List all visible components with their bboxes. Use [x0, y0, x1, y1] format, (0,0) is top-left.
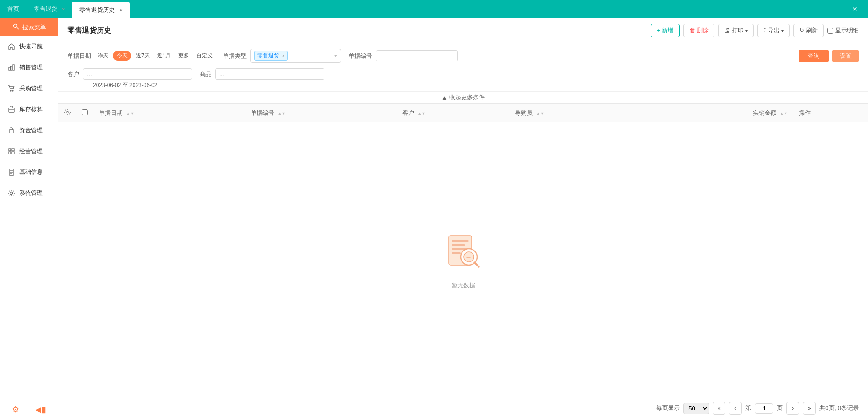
add-button[interactable]: + 新增: [651, 24, 679, 37]
filter-goods: 商品 ...: [200, 68, 324, 80]
audio-button[interactable]: ◀▮: [35, 405, 46, 415]
sidebar-item-system[interactable]: 系统管理: [0, 183, 58, 204]
per-page-select[interactable]: 50 20 100: [683, 403, 709, 414]
settings-button[interactable]: ⚙: [12, 405, 19, 415]
svg-rect-2: [9, 67, 10, 70]
date-btn-custom[interactable]: 自定义: [194, 51, 216, 61]
customer-label: 客户: [67, 70, 79, 78]
page-label: 第: [745, 404, 751, 412]
date-btn-7days[interactable]: 近7天: [133, 51, 153, 61]
date-btn-yesterday[interactable]: 昨天: [95, 51, 111, 61]
table-settings-col[interactable]: [58, 104, 77, 122]
top-bar-right: ×: [848, 3, 868, 16]
voucher-type-select[interactable]: 零售退货 × ▾: [250, 49, 341, 63]
search-icon: [12, 23, 20, 31]
sidebar-search-label: 搜索菜单: [22, 23, 46, 31]
sort-icon[interactable]: ▲▼: [780, 111, 788, 116]
goods-select[interactable]: ...: [215, 68, 324, 80]
chart-icon: [7, 63, 15, 72]
window-close-button[interactable]: ×: [848, 3, 861, 16]
sidebar-item-label: 资金管理: [19, 126, 43, 134]
svg-point-26: [464, 252, 474, 262]
sort-icon[interactable]: ▲▼: [417, 111, 426, 116]
query-button[interactable]: 查询: [799, 50, 829, 62]
prev-page-button[interactable]: ‹: [729, 402, 742, 415]
tab-retail-return-history-close[interactable]: ×: [119, 7, 122, 13]
voucher-type-label: 单据类型: [223, 52, 247, 60]
content-area: 零售退货历史 + 新增 🗑 删除 🖨 打印 ▾ ⤴ 导出 ▾ ↻ 刷新 显示明细…: [58, 18, 868, 420]
tab-retail-return-history[interactable]: 零售退货历史 ×: [72, 2, 129, 18]
tab-retail-return-history-label: 零售退货历史: [79, 6, 115, 14]
select-all-checkbox[interactable]: [82, 109, 88, 115]
col-guide: 导购员 ▲▼: [509, 104, 642, 122]
svg-rect-13: [12, 152, 14, 154]
tab-retail-return-label: 零售退货: [34, 5, 57, 13]
svg-rect-4: [13, 65, 14, 70]
sidebar-item-base-info[interactable]: 基础信息: [0, 162, 58, 183]
tab-retail-return-close[interactable]: ×: [62, 6, 65, 12]
svg-rect-7: [9, 108, 14, 112]
sidebar-item-operations[interactable]: 经营管理: [0, 141, 58, 162]
page-unit: 页: [777, 404, 783, 412]
sidebar-item-label: 销售管理: [19, 63, 43, 72]
sort-icon[interactable]: ▲▼: [126, 111, 134, 116]
col-customer: 客户 ▲▼: [397, 104, 509, 122]
empty-illustration: [441, 229, 486, 274]
table-wrapper: 单据日期 ▲▼ 单据编号 ▲▼ 客户 ▲▼: [58, 104, 868, 396]
col-date: 单据日期 ▲▼: [93, 104, 245, 122]
box-icon: [7, 105, 15, 113]
filter-voucher-type: 单据类型 零售退货 × ▾: [223, 49, 341, 63]
date-btn-today[interactable]: 今天: [113, 51, 131, 61]
filter-date: 单据日期 昨天 今天 近7天 近1月 更多 自定义: [67, 51, 216, 61]
doc-icon: [7, 168, 15, 176]
sidebar-item-label: 采购管理: [19, 84, 43, 92]
sidebar-item-inventory[interactable]: 库存核算: [0, 99, 58, 120]
sidebar-item-quick-nav[interactable]: 快捷导航: [0, 36, 58, 57]
tab-retail-return[interactable]: 零售退货 ×: [26, 0, 72, 18]
sidebar-item-sales[interactable]: 销售管理: [0, 57, 58, 78]
grid-icon: [7, 147, 15, 155]
per-page-label: 每页显示: [656, 404, 680, 412]
cart-icon: [7, 84, 15, 92]
voucher-type-tag-close[interactable]: ×: [281, 53, 284, 59]
delete-button[interactable]: 🗑 删除: [683, 24, 715, 37]
svg-rect-10: [9, 149, 11, 151]
filter-row-1: 单据日期 昨天 今天 近7天 近1月 更多 自定义 单据类型: [67, 49, 859, 63]
home-icon: [7, 42, 15, 51]
sidebar-item-purchase[interactable]: 采购管理: [0, 78, 58, 99]
print-button[interactable]: 🖨 打印 ▾: [718, 24, 754, 37]
next-page-button[interactable]: ›: [786, 402, 799, 415]
table-checkbox-col[interactable]: [77, 104, 93, 122]
tab-home[interactable]: 首页: [0, 0, 26, 18]
sidebar-search[interactable]: 搜索菜单: [0, 18, 58, 36]
date-btn-more[interactable]: 更多: [175, 51, 192, 61]
customer-select[interactable]: ...: [83, 68, 192, 80]
collapse-filter-button[interactable]: ▲ 收起更多条件: [58, 91, 868, 103]
refresh-button[interactable]: ↻ 刷新: [793, 24, 824, 37]
svg-point-19: [67, 111, 68, 113]
settings-filter-button[interactable]: 设置: [832, 50, 859, 62]
voucher-no-input[interactable]: [376, 50, 458, 61]
sidebar-item-label: 库存核算: [19, 105, 43, 113]
svg-rect-21: [452, 240, 469, 242]
svg-rect-9: [9, 130, 14, 133]
date-range-display: 2023-06-02 至 2023-06-02: [93, 82, 157, 88]
table-settings-icon: [64, 108, 71, 116]
last-page-button[interactable]: »: [803, 402, 816, 415]
date-btn-1month[interactable]: 近1月: [154, 51, 174, 61]
show-detail-checkbox[interactable]: [827, 28, 833, 34]
sort-icon[interactable]: ▲▼: [536, 111, 544, 116]
export-button[interactable]: ⤴ 导出 ▾: [757, 24, 790, 37]
tab-home-label: 首页: [7, 5, 19, 13]
sidebar-item-label: 经营管理: [19, 147, 43, 155]
page-title: 零售退货历史: [67, 26, 111, 36]
sort-icon[interactable]: ▲▼: [277, 111, 286, 116]
first-page-button[interactable]: «: [713, 402, 725, 415]
svg-line-1: [17, 27, 19, 29]
page-input[interactable]: [755, 403, 773, 414]
sidebar-item-finance[interactable]: 资金管理: [0, 120, 58, 141]
svg-rect-24: [452, 252, 461, 254]
voucher-type-tag: 零售退货 ×: [254, 51, 287, 61]
filter-area: 单据日期 昨天 今天 近7天 近1月 更多 自定义 单据类型: [58, 43, 868, 104]
show-detail-checkbox-label[interactable]: 显示明细: [827, 26, 859, 35]
